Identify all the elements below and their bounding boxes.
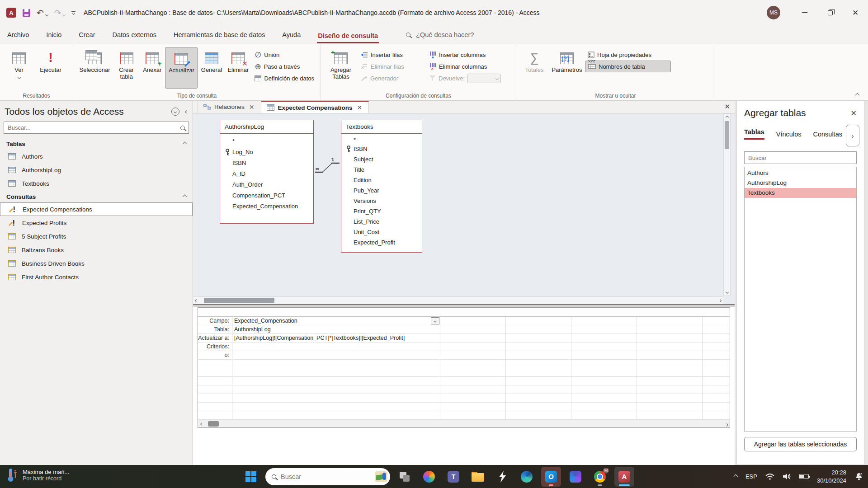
- grid-cell[interactable]: [440, 360, 506, 368]
- access-button[interactable]: A: [614, 467, 634, 487]
- grid-cell[interactable]: [571, 394, 637, 402]
- grid-cell[interactable]: [637, 343, 703, 351]
- close-tab-icon[interactable]: ✕: [248, 103, 255, 111]
- grid-cell[interactable]: [703, 411, 730, 419]
- nav-item-5-subject-profits[interactable]: 5 Subject Profits: [0, 230, 193, 243]
- nav-item-expected-profits[interactable]: Expected Profits: [0, 216, 193, 230]
- delete-query-button[interactable]: ✕ Eliminar: [225, 47, 251, 89]
- table-names-button[interactable]: XYZ Nombres de tabla: [585, 61, 671, 72]
- grid-cell[interactable]: [440, 351, 506, 359]
- grid-cell[interactable]: [506, 360, 571, 368]
- list-item-authorshiplog[interactable]: AuthorshipLog: [745, 178, 856, 188]
- scroll-down-icon[interactable]: [724, 289, 730, 296]
- field-list-authorshiplog[interactable]: AuthorshipLog * Log_No ISBN A_ID Auth_Or…: [220, 120, 314, 224]
- grid-cell[interactable]: [571, 360, 637, 368]
- chrome-button[interactable]: M: [590, 467, 610, 487]
- grid-cell[interactable]: [571, 351, 637, 359]
- scroll-up-icon[interactable]: [724, 114, 730, 121]
- scroll-left-icon[interactable]: [193, 300, 200, 302]
- nav-item-authors[interactable]: Authors: [0, 150, 193, 163]
- select-query-button[interactable]: Seleccionar: [77, 47, 113, 89]
- list-item-textbooks[interactable]: Textbooks: [745, 188, 856, 198]
- nav-menu-icon[interactable]: [171, 108, 179, 116]
- grid-cell[interactable]: [440, 377, 506, 385]
- nav-item-authorshiplog[interactable]: AuthorshipLog: [0, 163, 193, 177]
- insert-columns-button[interactable]: Insertar columnas: [427, 49, 510, 61]
- grid-cell[interactable]: [637, 325, 703, 333]
- wifi-icon[interactable]: [765, 473, 774, 480]
- data-definition-button[interactable]: Definición de datos: [252, 72, 317, 84]
- grid-cell[interactable]: [440, 403, 506, 411]
- grid-cell[interactable]: [637, 377, 703, 385]
- language-indicator[interactable]: ESP: [745, 473, 757, 480]
- collapse-ribbon-icon[interactable]: [855, 93, 860, 98]
- join-line[interactable]: ∞ 1: [310, 152, 346, 179]
- tab-expected-compensations[interactable]: Expected Compensations ✕: [261, 101, 369, 113]
- taskbar-search[interactable]: [265, 468, 390, 485]
- grid-cell[interactable]: [232, 360, 440, 368]
- close-button[interactable]: ✕: [843, 0, 868, 25]
- nav-item-baltzans-books[interactable]: Baltzans Books: [0, 243, 193, 257]
- pane-tab-consultas[interactable]: Consultas: [813, 131, 842, 138]
- grid-cell[interactable]: [703, 360, 730, 368]
- design-horizontal-scrollbar[interactable]: [193, 296, 723, 304]
- grid-cell[interactable]: [571, 377, 637, 385]
- scrollbar-thumb[interactable]: [204, 298, 274, 303]
- pane-tabs-overflow-button[interactable]: ›: [846, 125, 859, 146]
- grid-cell[interactable]: [571, 317, 637, 325]
- grid-cell[interactable]: [703, 368, 730, 376]
- pass-through-button[interactable]: ⊕ Paso a través: [252, 61, 317, 72]
- tab-herramientas[interactable]: Herramientas de base de datos: [173, 30, 266, 40]
- insert-rows-button[interactable]: Insertar filas: [358, 49, 426, 61]
- append-button[interactable]: + Anexar: [140, 47, 164, 89]
- tray-overflow-icon[interactable]: [733, 474, 738, 479]
- grid-cell[interactable]: [506, 368, 571, 376]
- delete-columns-button[interactable]: ✕ Eliminar columnas: [427, 61, 510, 72]
- grid-cell[interactable]: [440, 325, 506, 333]
- grid-cell[interactable]: [703, 343, 730, 351]
- make-table-button[interactable]: Crear tabla: [113, 47, 139, 89]
- scrollbar-thumb[interactable]: [725, 121, 729, 149]
- grid-cell-campo[interactable]: Expected_Compensation: [232, 317, 440, 325]
- grid-cell[interactable]: [232, 385, 440, 394]
- snipping-tool-button[interactable]: [492, 467, 512, 487]
- tab-datos-externos[interactable]: Datos externos: [111, 30, 157, 40]
- crosstab-button[interactable]: General: [198, 47, 224, 89]
- grid-cell[interactable]: [703, 377, 730, 385]
- file-explorer-button[interactable]: [468, 467, 488, 487]
- list-item-authors[interactable]: Authors: [745, 168, 856, 178]
- grid-cell[interactable]: [571, 411, 637, 419]
- scrollbar-thumb[interactable]: [208, 421, 219, 427]
- grid-cell[interactable]: [637, 351, 703, 359]
- grid-cell[interactable]: [440, 411, 506, 419]
- property-sheet-button[interactable]: Hoja de propiedades: [585, 49, 671, 61]
- clock[interactable]: 20:28 30/10/2024: [817, 469, 846, 484]
- nav-item-expected-compensations[interactable]: Expected Compensations: [0, 202, 193, 216]
- update-query-button[interactable]: Actualizar: [165, 47, 198, 89]
- grid-cell[interactable]: [637, 334, 703, 342]
- edge-button[interactable]: [517, 467, 537, 487]
- grid-cell[interactable]: [571, 368, 637, 376]
- grid-cell-o[interactable]: [232, 351, 440, 359]
- microsoft365-button[interactable]: [566, 467, 585, 487]
- tab-ayuda[interactable]: Ayuda: [281, 30, 302, 40]
- do-not-disturb-bell-icon[interactable]: zz: [854, 472, 863, 481]
- tab-diseno-de-consulta[interactable]: Diseño de consulta: [317, 31, 379, 43]
- tell-me-search[interactable]: ¿Qué desea hacer?: [406, 31, 474, 38]
- pane-search-input[interactable]: [748, 155, 853, 161]
- grid-cell[interactable]: [637, 394, 703, 402]
- weather-widget[interactable]: Máxima de mañ... Por batir récord: [6, 467, 69, 483]
- scroll-right-icon[interactable]: [717, 300, 723, 302]
- field-list-textbooks[interactable]: Textbooks * ISBN Subject Title Edition P…: [341, 120, 422, 253]
- grid-cell[interactable]: [637, 368, 703, 376]
- grid-cell[interactable]: [506, 343, 571, 351]
- teams-button[interactable]: T: [443, 467, 463, 487]
- grid-cell[interactable]: [637, 360, 703, 368]
- minimize-button[interactable]: ─: [792, 0, 817, 25]
- grid-cell[interactable]: [506, 394, 571, 402]
- close-tab-icon[interactable]: ✕: [356, 104, 363, 111]
- grid-cell[interactable]: [506, 334, 571, 342]
- pane-search-box[interactable]: [744, 151, 857, 164]
- grid-cell[interactable]: [637, 385, 703, 394]
- grid-cell[interactable]: [571, 334, 637, 342]
